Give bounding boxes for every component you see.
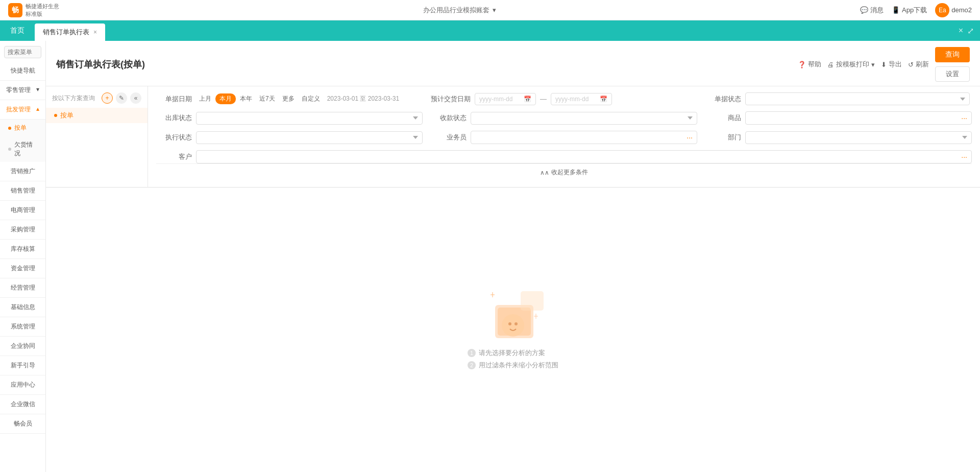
empty-hint-1: 1 请先选择要分析的方案 [468, 348, 558, 358]
scheme-active-dot [54, 114, 57, 117]
topbar-left: 畅 畅捷通好生意 标准版 [8, 3, 59, 17]
help-btn[interactable]: ❓ 帮助 [798, 60, 821, 69]
expected-from-input[interactable]: yyyy-mm-dd 📅 [475, 93, 536, 105]
filter-left-icons: + ✎ « [102, 92, 141, 104]
filter-item-exec-status: 执行状态 [156, 131, 423, 144]
date-separator: — [538, 95, 549, 103]
date-label: 单据日期 [156, 95, 192, 104]
logo-icon: 畅 [8, 3, 22, 17]
expected-to-input[interactable]: yyyy-mm-dd 📅 [551, 93, 612, 105]
department-label: 部门 [705, 133, 741, 142]
edit-scheme-icon[interactable]: ✎ [116, 92, 127, 104]
search-input[interactable] [4, 46, 41, 58]
date-current-year-btn[interactable]: 本年 [237, 93, 255, 104]
empty-illustration [487, 287, 538, 338]
chevron-down-icon: ▾ [493, 6, 496, 14]
filter-scheme-item-orders[interactable]: 按单 [46, 108, 148, 123]
sidebar-search-area [0, 41, 45, 61]
exec-status-control [196, 131, 423, 144]
sidebar-item-basic-info[interactable]: 基础信息 [0, 298, 45, 317]
salesperson-control: ··· [471, 131, 697, 144]
sidebar-item-ecommerce-mgmt[interactable]: 电商管理 [0, 201, 45, 220]
chevron-right-icon: ▾ [36, 86, 39, 95]
collection-status-label: 收款状态 [431, 113, 467, 123]
settings-button[interactable]: 设置 [935, 66, 970, 82]
doc-status-select[interactable] [745, 92, 970, 105]
svg-point-5 [514, 322, 518, 325]
salesperson-input[interactable]: ··· [471, 131, 697, 144]
tab-home[interactable]: 首页 [0, 20, 35, 41]
help-icon: ❓ [798, 61, 806, 68]
tab-close-icon[interactable]: × [93, 29, 97, 36]
sidebar-item-wholesale-mgmt[interactable]: 批发管理 ▴ [0, 100, 45, 120]
collapse-conditions-btn[interactable]: ∧∧ 收起更多条件 [156, 163, 972, 181]
template-print-btn[interactable]: 🖨 按模板打印 ▾ [827, 60, 875, 69]
exec-status-label: 执行状态 [156, 133, 192, 142]
message-btn[interactable]: 💬 消息 [860, 6, 884, 15]
date-last-7days-btn[interactable]: 近7天 [256, 93, 278, 104]
sidebar-item-enterprise-wechat[interactable]: 企业微信 [0, 395, 45, 414]
close-window-btn[interactable]: × [959, 26, 963, 35]
expected-delivery-label: 预计交货日期 [431, 95, 471, 104]
content-area: 销售订单执行表(按单) ❓ 帮助 🖨 按模板打印 ▾ ⬇ 导出 ↺ [46, 41, 980, 472]
fullscreen-btn[interactable]: ⤢ [967, 26, 974, 36]
outbound-status-select[interactable] [196, 112, 423, 125]
sidebar-item-operations-mgmt[interactable]: 经营管理 [0, 278, 45, 298]
export-btn[interactable]: ⬇ 导出 [881, 60, 902, 69]
sidebar-item-sales-mgmt[interactable]: 销售管理 [0, 181, 45, 201]
sidebar-item-finance-mgmt[interactable]: 资金管理 [0, 259, 45, 278]
sidebar-item-enterprise-collab[interactable]: 企业协同 [0, 337, 45, 356]
date-current-month-btn[interactable]: 本月 [215, 93, 236, 104]
product-input[interactable]: ··· [745, 111, 972, 125]
filter-item-doc-status: 单据状态 [705, 92, 972, 105]
sidebar-item-system-mgmt[interactable]: 系统管理 [0, 317, 45, 337]
sidebar-item-marketing[interactable]: 营销推广 [0, 162, 45, 181]
collapse-scheme-icon[interactable]: « [130, 92, 141, 104]
filter-scheme-panel: 按以下方案查询 + ✎ « 按单 [46, 86, 148, 187]
product-label: 商品 [705, 113, 741, 123]
date-custom-btn[interactable]: 自定义 [299, 93, 323, 104]
page-header: 销售订单执行表(按单) ❓ 帮助 🖨 按模板打印 ▾ ⬇ 导出 ↺ [46, 41, 980, 86]
customer-label: 客户 [156, 152, 192, 161]
logo-text: 畅捷通好生意 标准版 [26, 3, 59, 17]
page-actions: ❓ 帮助 🖨 按模板打印 ▾ ⬇ 导出 ↺ 刷新 [798, 47, 970, 82]
add-scheme-icon[interactable]: + [102, 92, 113, 104]
collection-status-control [471, 112, 697, 125]
tab-sales-order-exec[interactable]: 销售订单执行表 × [35, 23, 105, 41]
user-menu[interactable]: Ea demo2 [935, 3, 972, 17]
sidebar-item-purchase-mgmt[interactable]: 采购管理 [0, 220, 45, 240]
customer-input[interactable]: ··· [196, 150, 972, 163]
doc-status-label: 单据状态 [705, 95, 741, 104]
tabbar-right: × ⤢ [959, 26, 980, 36]
sidebar-item-retail-mgmt[interactable]: 零售管理 ▾ [0, 81, 45, 100]
refresh-btn[interactable]: ↺ 刷新 [908, 60, 929, 69]
filter-row-2: 出库状态 收款状态 [156, 111, 972, 125]
industry-selector[interactable]: 办公用品行业模拟账套 ▾ [423, 6, 496, 15]
print-chevron-icon: ▾ [871, 61, 875, 68]
sidebar-submenu-item-orders[interactable]: 按单 [0, 120, 45, 136]
sidebar-item-member[interactable]: 畅会员 [0, 414, 45, 434]
calendar-icon: 📅 [524, 96, 531, 103]
filter-item-outbound: 出库状态 [156, 112, 423, 125]
sidebar-item-app-center[interactable]: 应用中心 [0, 375, 45, 395]
app-download-btn[interactable]: 📱 App下载 [892, 6, 927, 15]
date-last-month-btn[interactable]: 上月 [196, 93, 214, 104]
filter-conditions: 单据日期 上月 本月 本年 近7天 更多 自定义 [148, 86, 980, 187]
chevron-down-icon: ▴ [36, 105, 39, 114]
collection-status-select[interactable] [471, 112, 697, 125]
svg-rect-2 [521, 291, 544, 311]
query-button[interactable]: 查询 [935, 47, 970, 62]
avatar: Ea [935, 3, 949, 17]
empty-state: 1 请先选择要分析的方案 2 用过滤条件来缩小分析范围 [46, 188, 980, 472]
filter-row-1: 单据日期 上月 本月 本年 近7天 更多 自定义 [156, 92, 972, 105]
filter-panel: 按以下方案查询 + ✎ « 按单 [46, 86, 980, 187]
department-select[interactable] [745, 131, 972, 144]
sidebar-submenu-item-arrears[interactable]: 欠货情况 [0, 136, 45, 162]
customer-control: ··· [196, 150, 972, 163]
message-icon: 💬 [860, 6, 868, 14]
date-more-btn[interactable]: 更多 [279, 93, 298, 104]
exec-status-select[interactable] [196, 131, 423, 144]
sidebar-item-inventory-check[interactable]: 库存核算 [0, 240, 45, 259]
sidebar-item-quick-nav[interactable]: 快捷导航 [0, 61, 45, 81]
sidebar-item-new-guide[interactable]: 新手引导 [0, 356, 45, 375]
